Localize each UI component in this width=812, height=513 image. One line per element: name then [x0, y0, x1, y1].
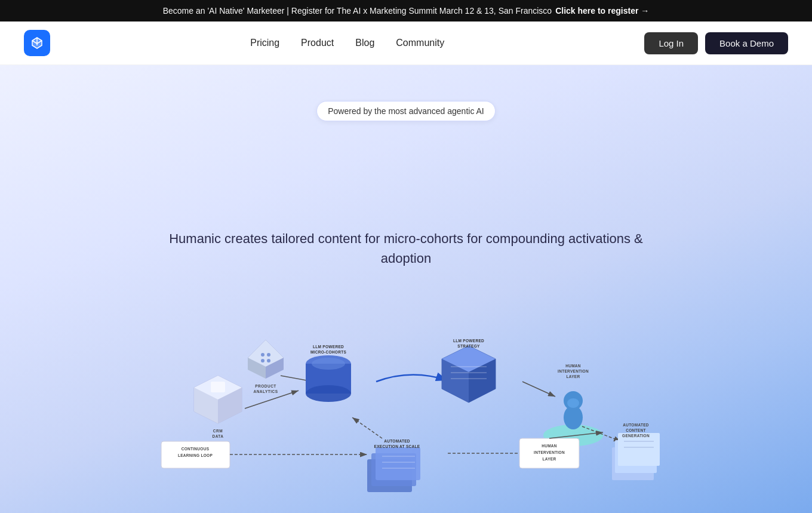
announcement-bar: Become an 'AI Native' Marketeer | Regist…: [0, 0, 812, 21]
nav-blog[interactable]: Blog: [355, 38, 374, 48]
svg-text:CONTINUOUS: CONTINUOUS: [182, 447, 210, 451]
learning-loop-node: CONTINUOUS LEARNING LOOP: [161, 441, 230, 468]
svg-text:STRATEGY: STRATEGY: [457, 344, 480, 348]
crm-node: CRM DATA: [194, 376, 242, 438]
svg-point-35: [567, 398, 579, 408]
logo[interactable]: [24, 30, 50, 56]
diagram-svg: CRM DATA PRODUCT ANALYTICS: [137, 286, 675, 513]
svg-text:DATA: DATA: [212, 434, 223, 438]
svg-text:GENERATION: GENERATION: [622, 434, 650, 438]
svg-rect-49: [376, 447, 420, 480]
navbar: Pricing Product Blog Community Log In Bo…: [0, 21, 812, 65]
hero-tagline: Humanic creates tailored content for mic…: [137, 229, 675, 268]
svg-rect-4: [211, 382, 225, 392]
svg-point-19: [306, 385, 351, 402]
strategy-node: LLM POWERED STRATEGY: [442, 339, 496, 403]
svg-text:EXECUTION AT SCALE: EXECUTION AT SCALE: [374, 444, 420, 449]
svg-text:CONTENT: CONTENT: [626, 428, 646, 432]
nav-actions: Log In Book a Demo: [644, 32, 788, 54]
arrow-cohorts-to-strategy: [376, 374, 448, 382]
login-button[interactable]: Log In: [644, 32, 698, 54]
svg-text:MICRO-COHORTS: MICRO-COHORTS: [310, 350, 347, 354]
svg-text:INTERVENTION: INTERVENTION: [534, 450, 565, 454]
svg-point-20: [312, 358, 345, 370]
svg-text:PRODUCT: PRODUCT: [255, 384, 276, 388]
svg-text:LLM POWERED: LLM POWERED: [453, 339, 484, 343]
svg-text:LEARNING LOOP: LEARNING LOOP: [178, 453, 213, 457]
diagram-container: CRM DATA PRODUCT ANALYTICS: [137, 286, 675, 513]
demo-button[interactable]: Book a Demo: [705, 32, 788, 54]
human-layer2-node: HUMAN INTERVENTION LAYER: [519, 438, 579, 468]
svg-point-14: [267, 359, 270, 363]
micro-cohorts-node: LLM POWERED MICRO-COHORTS: [306, 345, 351, 402]
svg-point-12: [267, 353, 270, 357]
analytics-node: PRODUCT ANALYTICS: [248, 340, 284, 394]
arrow-strategy-to-human: [522, 382, 555, 397]
announcement-text: Become an 'AI Native' Marketeer | Regist…: [163, 6, 552, 16]
svg-point-11: [261, 353, 264, 357]
svg-text:ANALYTICS: ANALYTICS: [253, 389, 278, 394]
arrow-to-execution: [352, 417, 382, 438]
hero-section: Powered by the most advanced agentic AI …: [0, 65, 812, 513]
svg-rect-41: [618, 433, 660, 466]
svg-text:LLM POWERED: LLM POWERED: [313, 345, 344, 349]
nav-links: Pricing Product Blog Community: [250, 38, 444, 48]
nav-product[interactable]: Product: [301, 38, 334, 48]
svg-text:LAYER: LAYER: [567, 374, 580, 379]
svg-text:CRM: CRM: [213, 429, 223, 433]
nav-pricing[interactable]: Pricing: [250, 38, 279, 48]
svg-text:AUTOMATED: AUTOMATED: [623, 423, 649, 427]
svg-text:INTERVENTION: INTERVENTION: [558, 369, 589, 373]
svg-text:HUMAN: HUMAN: [565, 364, 581, 368]
svg-text:LAYER: LAYER: [543, 457, 556, 461]
svg-text:AUTOMATED: AUTOMATED: [384, 439, 410, 443]
hero-badge: Powered by the most advanced agentic AI: [316, 101, 496, 121]
svg-point-13: [261, 359, 264, 363]
logo-icon: [30, 36, 44, 50]
content-gen-node: AUTOMATED CONTENT GENERATION: [612, 423, 660, 480]
svg-text:HUMAN: HUMAN: [542, 444, 557, 448]
execution-node: AUTOMATED EXECUTION AT SCALE: [367, 439, 420, 492]
nav-community[interactable]: Community: [396, 38, 444, 48]
announcement-cta[interactable]: Click here to register →: [555, 6, 649, 16]
